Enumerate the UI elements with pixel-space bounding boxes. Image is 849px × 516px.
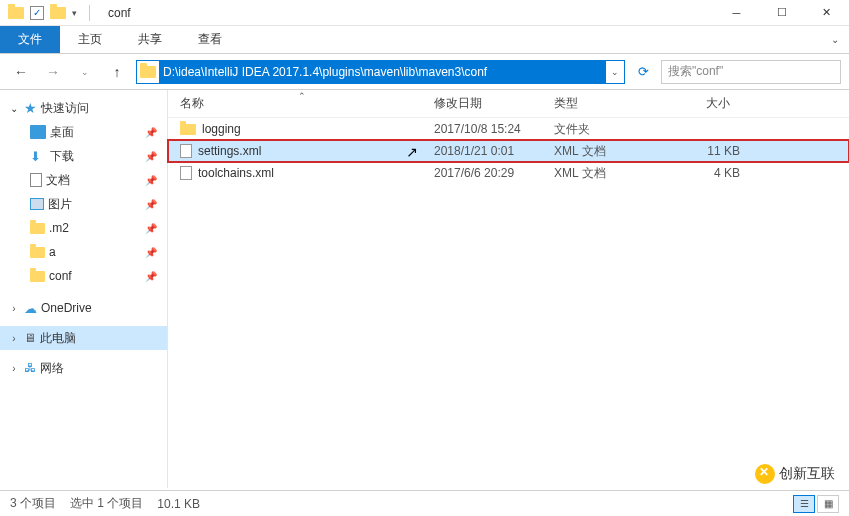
up-button[interactable]: ↑ <box>104 59 130 85</box>
view-icons-button[interactable]: ▦ <box>817 495 839 513</box>
ribbon: 文件 主页 共享 查看 ⌄ <box>0 26 849 54</box>
ribbon-expand-icon[interactable]: ⌄ <box>831 34 849 45</box>
pin-icon: 📌 <box>145 223 157 234</box>
status-item-count: 3 个项目 <box>10 495 56 512</box>
column-type[interactable]: 类型 <box>554 95 670 112</box>
minimize-button[interactable]: ─ <box>714 0 759 26</box>
watermark: 创新互联 <box>755 464 835 484</box>
sidebar-item-pictures[interactable]: 图片 📌 <box>0 192 167 216</box>
pc-icon: 🖥 <box>24 331 36 345</box>
sidebar-item-desktop[interactable]: 桌面 📌 <box>0 120 167 144</box>
file-size: 4 KB <box>670 166 740 180</box>
tab-file[interactable]: 文件 <box>0 26 60 53</box>
file-name: settings.xml <box>198 144 261 158</box>
folder-icon <box>8 7 24 19</box>
pin-icon: 📌 <box>145 127 157 138</box>
status-size: 10.1 KB <box>157 497 200 511</box>
address-path[interactable]: D:\idea\IntelliJ IDEA 2017.1.4\plugins\m… <box>159 61 606 83</box>
sidebar-label: conf <box>49 269 72 283</box>
sidebar-label: 图片 <box>48 196 72 213</box>
sidebar-this-pc[interactable]: › 🖥 此电脑 <box>0 326 167 350</box>
watermark-logo-icon <box>755 464 775 484</box>
status-bar: 3 个项目 选中 1 个项目 10.1 KB ☰ ▦ <box>0 490 849 516</box>
sort-arrow-icon: ⌃ <box>298 91 306 101</box>
forward-button[interactable]: → <box>40 59 66 85</box>
quick-access-toolbar: ✓ ▾ conf <box>0 5 131 21</box>
column-date[interactable]: 修改日期 <box>434 95 554 112</box>
folder-icon <box>30 271 45 282</box>
refresh-button[interactable]: ⟳ <box>631 60 655 84</box>
chevron-right-icon[interactable]: › <box>8 363 20 374</box>
sidebar-item-downloads[interactable]: ⬇ 下载 📌 <box>0 144 167 168</box>
separator <box>89 5 90 21</box>
sidebar-label: 桌面 <box>50 124 74 141</box>
document-icon <box>30 173 42 187</box>
tab-view[interactable]: 查看 <box>180 26 240 53</box>
address-folder-icon <box>137 61 159 83</box>
sidebar-onedrive[interactable]: › ☁ OneDrive <box>0 296 167 320</box>
sidebar-label: 快速访问 <box>41 100 89 117</box>
address-history-dropdown[interactable]: ⌄ <box>606 61 624 83</box>
sidebar-item-m2[interactable]: .m2 📌 <box>0 216 167 240</box>
sidebar-label: .m2 <box>49 221 69 235</box>
pin-icon: 📌 <box>145 271 157 282</box>
file-row[interactable]: toolchains.xml2017/6/6 20:29XML 文档4 KB <box>168 162 849 184</box>
sidebar-network[interactable]: › 🖧 网络 <box>0 356 167 380</box>
column-name[interactable]: 名称 <box>180 95 434 112</box>
folder-icon <box>50 7 66 19</box>
file-size: 11 KB <box>670 144 740 158</box>
back-button[interactable]: ← <box>8 59 34 85</box>
sidebar-item-a[interactable]: a 📌 <box>0 240 167 264</box>
network-icon: 🖧 <box>24 361 36 375</box>
file-icon <box>180 166 192 180</box>
maximize-button[interactable]: ☐ <box>759 0 804 26</box>
chevron-right-icon[interactable]: › <box>8 303 20 314</box>
file-date: 2017/10/8 15:24 <box>434 122 554 136</box>
chevron-down-icon[interactable]: ⌄ <box>8 103 20 114</box>
sidebar-label: a <box>49 245 56 259</box>
desktop-icon <box>30 125 46 139</box>
sidebar-label: 下载 <box>50 148 74 165</box>
sidebar-label: 网络 <box>40 360 64 377</box>
folder-icon <box>30 247 45 258</box>
sidebar-label: OneDrive <box>41 301 92 315</box>
view-details-button[interactable]: ☰ <box>793 495 815 513</box>
file-row[interactable]: logging2017/10/8 15:24文件夹 <box>168 118 849 140</box>
pin-icon: 📌 <box>145 175 157 186</box>
folder-icon <box>180 124 196 135</box>
sidebar-item-documents[interactable]: 文档 📌 <box>0 168 167 192</box>
column-size[interactable]: 大小 <box>670 95 740 112</box>
file-list-pane: 名称 ⌃ 修改日期 类型 大小 logging2017/10/8 15:24文件… <box>168 90 849 488</box>
sidebar-label: 此电脑 <box>40 330 76 347</box>
tab-home[interactable]: 主页 <box>60 26 120 53</box>
navigation-pane: ⌄ ★ 快速访问 桌面 📌 ⬇ 下载 📌 文档 📌 图片 📌 .m2 📌 <box>0 90 168 488</box>
address-bar: ← → ⌄ ↑ D:\idea\IntelliJ IDEA 2017.1.4\p… <box>0 54 849 90</box>
file-name: logging <box>202 122 241 136</box>
file-date: 2018/1/21 0:01 <box>434 144 554 158</box>
file-icon <box>180 144 192 158</box>
close-button[interactable]: ✕ <box>804 0 849 26</box>
address-box[interactable]: D:\idea\IntelliJ IDEA 2017.1.4\plugins\m… <box>136 60 625 84</box>
titlebar: ✓ ▾ conf ─ ☐ ✕ <box>0 0 849 26</box>
sidebar-quick-access[interactable]: ⌄ ★ 快速访问 <box>0 96 167 120</box>
file-type: XML 文档 <box>554 143 670 160</box>
qa-dropdown-icon[interactable]: ▾ <box>72 8 77 18</box>
column-headers: 名称 ⌃ 修改日期 类型 大小 <box>168 90 849 118</box>
search-input[interactable]: 搜索"conf" <box>661 60 841 84</box>
main-area: ⌄ ★ 快速访问 桌面 📌 ⬇ 下载 📌 文档 📌 图片 📌 .m2 📌 <box>0 90 849 488</box>
pin-icon: 📌 <box>145 199 157 210</box>
pin-icon: 📌 <box>145 247 157 258</box>
file-type: 文件夹 <box>554 121 670 138</box>
recent-dropdown[interactable]: ⌄ <box>72 59 98 85</box>
folder-icon <box>30 223 45 234</box>
pin-icon: 📌 <box>145 151 157 162</box>
cursor-icon: ↖ <box>406 144 418 160</box>
tab-share[interactable]: 共享 <box>120 26 180 53</box>
sidebar-item-conf[interactable]: conf 📌 <box>0 264 167 288</box>
file-row[interactable]: settings.xml2018/1/21 0:01XML 文档11 KB <box>168 140 849 162</box>
file-rows-container: logging2017/10/8 15:24文件夹settings.xml201… <box>168 118 849 184</box>
chevron-right-icon[interactable]: › <box>8 333 20 344</box>
status-selected-count: 选中 1 个项目 <box>70 495 143 512</box>
properties-icon[interactable]: ✓ <box>30 6 44 20</box>
file-name: toolchains.xml <box>198 166 274 180</box>
